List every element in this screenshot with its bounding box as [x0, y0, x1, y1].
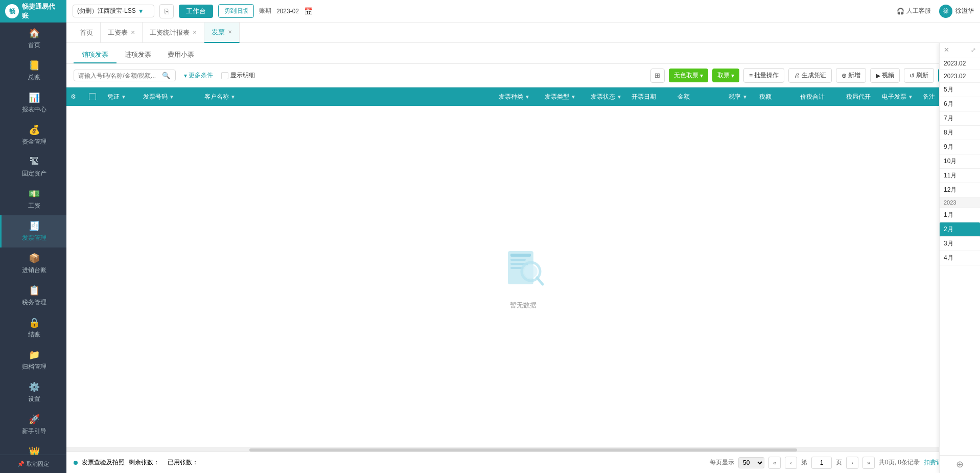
period-item-top[interactable]: 2023.02 [940, 70, 980, 83]
period-bottom-button[interactable]: ⊕ [940, 455, 980, 473]
generate-cert-button[interactable]: 🖨 生成凭证 [788, 68, 832, 83]
first-page-button[interactable]: « [768, 457, 781, 469]
sidebar-icon-archive: 📁 [29, 349, 40, 361]
sidebar-item-settings[interactable]: ⚙️ 设置 [0, 376, 66, 409]
sidebar-item-archive[interactable]: 📁 归档管理 [0, 344, 66, 376]
th-invcat-icon: ▼ [571, 94, 576, 100]
footer-left: 发票查验及拍照 剩余张数： 已用张数： [74, 458, 202, 467]
workbench-button[interactable]: 工作台 [179, 5, 213, 18]
switch-version-button[interactable]: 切到旧版 [218, 4, 254, 18]
period-calendar-icon[interactable]: 📅 [304, 7, 313, 15]
period-item-2023-4月[interactable]: 4月 [940, 251, 980, 265]
svg-point-6 [524, 265, 538, 278]
sidebar-unpin[interactable]: 📌 取消固定 [0, 455, 66, 473]
sidebar-icon-reports: 📊 [29, 92, 40, 103]
video-button[interactable]: ▶ 视频 [870, 68, 900, 83]
period-item-5月[interactable]: 5月 [940, 83, 980, 97]
svg-rect-1 [510, 254, 531, 257]
prev-page-button[interactable]: ‹ [785, 457, 797, 469]
tab-home[interactable]: 首页 [73, 22, 101, 43]
sidebar-item-reports[interactable]: 📊 报表中心 [0, 87, 66, 119]
tab-close-payroll[interactable]: ✕ [131, 30, 135, 35]
customer-service-button[interactable]: 🎧 人工客服 [897, 7, 931, 15]
select-all-checkbox[interactable] [89, 93, 96, 100]
period-item-12月[interactable]: 12月 [940, 183, 980, 197]
used-label: 已用张数： [168, 458, 198, 467]
sidebar-item-guide[interactable]: 🚀 新手引导 [0, 409, 66, 441]
sidebar-item-close[interactable]: 🔒 结账 [0, 312, 66, 344]
generate-cert-label: 生成凭证 [802, 71, 826, 80]
refresh-button[interactable]: ↺ 刷新 [904, 68, 934, 83]
per-page-select[interactable]: 50 20 100 [738, 457, 764, 468]
sidebar-item-sales[interactable]: 📦 进销台账 [0, 247, 66, 280]
period-value: 2023-02 [276, 8, 299, 15]
filter-icon: ▾ [184, 72, 187, 79]
th-tax-code: 税局代开 [842, 93, 878, 101]
batch-ops-button[interactable]: ≡ 批量操作 [743, 68, 784, 83]
th-invoice-type: 发票种类 ▼ [495, 93, 541, 101]
period-year-2023: 2023 [940, 197, 980, 208]
no-ticket-button[interactable]: 无色取票 ▾ [669, 69, 708, 82]
ticket-button[interactable]: 取票 ▾ [712, 69, 739, 82]
period-item-10月[interactable]: 10月 [940, 154, 980, 169]
search-input[interactable] [78, 72, 160, 79]
user-area[interactable]: 徐 徐溢华 [939, 5, 974, 18]
more-conditions-button[interactable]: ▾ 更多条件 [180, 70, 217, 81]
th-voucher-icon: ▼ [121, 94, 126, 100]
sidebar-label-tax: 税务管理 [22, 298, 46, 307]
tab-payroll[interactable]: 工资表✕ [101, 22, 143, 43]
subtab-sales-invoice[interactable]: 销项发票 [74, 47, 116, 63]
sidebar: 畅 畅捷通易代账 🏠 首页 📒 总账 📊 报表中心 💰 资金管理 🏗 固定资产 … [0, 0, 66, 473]
table-header: ⚙凭证 ▼发票号码 ▼客户名称 ▼发票种类 ▼发票类型 ▼发票状态 ▼开票日期金… [66, 87, 980, 106]
show-detail-checkbox[interactable] [221, 72, 228, 79]
tab-close-invoice[interactable]: ✕ [228, 29, 232, 35]
period-item-top[interactable]: 2023.02 [940, 57, 980, 70]
tab-invoice[interactable]: 发票✕ [204, 22, 240, 43]
sidebar-label-ledger: 总账 [28, 73, 40, 82]
topbar: (勿删）江西股宝-LSS ▼ ⎘ 工作台 切到旧版 账期 2023-02 📅 🎧… [66, 0, 980, 22]
empty-icon [498, 243, 549, 295]
svg-rect-2 [510, 259, 526, 261]
show-detail-wrap[interactable]: 显示明细 [221, 71, 255, 80]
new-button[interactable]: ⊕ 新增 [836, 68, 866, 83]
more-conditions-label: 更多条件 [189, 71, 213, 80]
horizontal-scrollbar[interactable] [66, 447, 980, 452]
period-item-8月[interactable]: 8月 [940, 126, 980, 140]
period-panel-close[interactable]: ✕ [944, 46, 949, 54]
sidebar-item-invoice[interactable]: 🧾 发票管理 [0, 215, 66, 247]
main-content: (勿删）江西股宝-LSS ▼ ⎘ 工作台 切到旧版 账期 2023-02 📅 🎧… [66, 0, 980, 473]
period-panel-maximize[interactable]: ⤢ [971, 47, 976, 54]
period-item-2023-1月[interactable]: 1月 [940, 208, 980, 222]
th-setting: ⚙ [66, 93, 85, 100]
period-item-9月[interactable]: 9月 [940, 140, 980, 154]
period-item-6月[interactable]: 6月 [940, 97, 980, 111]
period-item-11月[interactable]: 11月 [940, 169, 980, 183]
copy-button[interactable]: ⎘ [159, 4, 174, 18]
refresh-label: 刷新 [916, 71, 928, 80]
subtab-expense-receipt[interactable]: 费用小票 [159, 47, 202, 63]
sidebar-item-member[interactable]: 👑 畅会员 [0, 441, 66, 455]
next-page-button[interactable]: › [846, 457, 858, 469]
sidebar-item-assets[interactable]: 🏗 固定资产 [0, 151, 66, 183]
period-item-2023-3月[interactable]: 3月 [940, 237, 980, 251]
sidebar-item-tax[interactable]: 📋 税务管理 [0, 280, 66, 312]
new-label: 新增 [848, 71, 860, 80]
last-page-button[interactable]: » [862, 457, 875, 469]
sidebar-item-finance[interactable]: 💰 资金管理 [0, 119, 66, 151]
sidebar-item-home[interactable]: 🏠 首页 [0, 22, 66, 55]
customer-service-label: 人工客服 [906, 7, 931, 15]
sidebar-item-ledger[interactable]: 📒 总账 [0, 55, 66, 87]
sidebar-item-payroll[interactable]: 💵 工资 [0, 183, 66, 215]
company-selector[interactable]: (勿删）江西股宝-LSS ▼ [73, 5, 154, 17]
grid-view-button[interactable]: ⊞ [650, 69, 665, 83]
tab-payroll-stats[interactable]: 工资统计报表✕ [143, 22, 204, 43]
period-item-7月[interactable]: 7月 [940, 111, 980, 126]
footer-right: 每页显示 50 20 100 « ‹ 第 1 页 › » 共0页, 0条记录 扣… [710, 457, 973, 469]
subtab-purchase-invoice[interactable]: 进项发票 [116, 47, 159, 63]
period-item-2023-2月[interactable]: 2月 [940, 222, 980, 237]
tab-close-payroll-stats[interactable]: ✕ [193, 30, 197, 35]
th-checkbox [85, 93, 103, 100]
sidebar-icon-home: 🏠 [29, 28, 40, 39]
sidebar-label-assets: 固定资产 [22, 169, 46, 178]
page-input[interactable]: 1 [811, 457, 832, 469]
